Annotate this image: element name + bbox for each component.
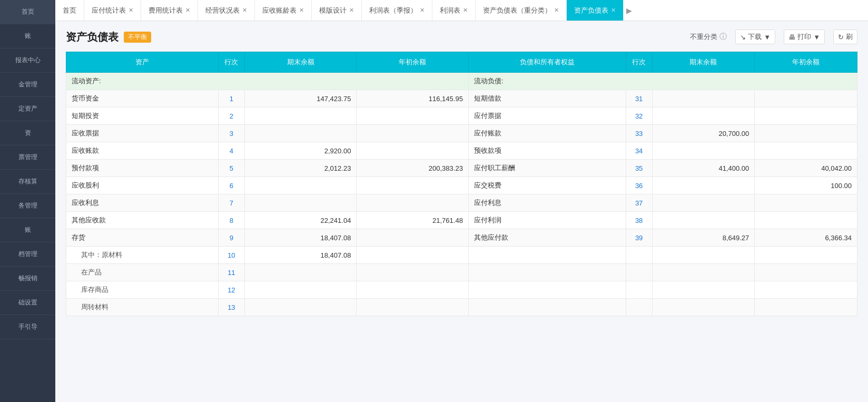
sidebar-item-bills[interactable]: 票管理: [0, 145, 55, 170]
cell-right-start: 40,042.00: [755, 160, 857, 177]
cell-left-start: [357, 264, 469, 281]
cell-left-num: 8: [218, 212, 244, 229]
close-icon[interactable]: ✕: [554, 7, 559, 14]
tab-balance-reclassified[interactable]: 资产负债表（重分类） ✕: [476, 0, 567, 21]
cell-left-num: 11: [218, 264, 244, 281]
print-button[interactable]: 🖶 打印 ▼: [784, 30, 825, 44]
cell-left-start: 200,383.23: [357, 160, 469, 177]
cell-left-num: 13: [218, 299, 244, 316]
tab-expense-stats[interactable]: 费用统计表 ✕: [141, 0, 198, 21]
table-row: 存货 9 18,407.08 其他应付款 39 8,649.27 6,366.3…: [66, 229, 857, 247]
cell-left-start: [357, 299, 469, 316]
cell-left-label: 货币资金: [66, 90, 219, 107]
cell-left-start: 116,145.95: [357, 90, 469, 107]
cell-right-num: [626, 264, 652, 281]
tab-home[interactable]: 首页: [55, 0, 84, 21]
cell-left-label: 应收账款: [66, 142, 219, 160]
sidebar-item-guide[interactable]: 手引导: [0, 315, 55, 339]
cell-right-num: [626, 247, 652, 264]
table-row: 应收票据 3 应付账款 33 20,700.00: [66, 125, 857, 142]
cell-right-label: 应付票据: [468, 107, 626, 125]
cell-left-num: 3: [218, 125, 244, 142]
cell-left-label: 其中：原材料: [66, 247, 219, 264]
table-row: 应收利息 7 应付利息 37: [66, 194, 857, 212]
page-header: 资产负债表 不平衡 不重分类 ⓘ ↘ 下载 ▼ 🖶 打印 ▼: [66, 30, 857, 44]
close-icon[interactable]: ✕: [349, 7, 354, 14]
help-icon[interactable]: ⓘ: [719, 32, 727, 42]
cell-left-start: [357, 125, 469, 142]
cell-left-label: 短期投资: [66, 107, 219, 125]
close-icon[interactable]: ✕: [611, 7, 616, 14]
cell-left-end: [244, 194, 357, 212]
cell-right-start: [755, 142, 857, 160]
tab-balance[interactable]: 资产负债表 ✕: [567, 0, 624, 21]
cell-left-end: [244, 107, 357, 125]
cell-right-end: [652, 212, 755, 229]
download-button[interactable]: ↘ 下载 ▼: [735, 30, 775, 44]
col-header-end-balance-left: 期末余额: [244, 52, 357, 73]
sidebar: 首页 账 报表中心 金管理 定资产 资 票管理 存核算 务管理 账 档管理 畅报…: [0, 0, 55, 402]
cell-right-start: [755, 247, 857, 264]
tab-profit-quarterly[interactable]: 利润表（季报） ✕: [362, 0, 432, 21]
cell-right-label: 预收款项: [468, 142, 626, 160]
close-icon[interactable]: ✕: [299, 7, 304, 14]
sidebar-item-fixed-assets[interactable]: 定资产: [0, 97, 55, 121]
cell-right-end: [652, 281, 755, 299]
cell-left-label: 应收利息: [66, 194, 219, 212]
sidebar-item-expense[interactable]: 畅报销: [0, 267, 55, 291]
cell-right-start: [755, 90, 857, 107]
close-icon[interactable]: ✕: [420, 7, 425, 14]
sidebar-item-archive[interactable]: 档管理: [0, 242, 55, 267]
tab-template-design[interactable]: 模版设计 ✕: [312, 0, 362, 21]
cell-left-label: 周转材料: [66, 299, 219, 316]
table-row: 在产品 11: [66, 264, 857, 281]
report-table: 资产 行次 期末余额 年初余额 负债和所有者权益 行次 期末余额 年初余额 流动…: [66, 52, 857, 316]
sidebar-item-affairs[interactable]: 务管理: [0, 194, 55, 218]
refresh-button[interactable]: ↻ 刷: [833, 30, 857, 44]
cell-right-label: 应付利润: [468, 212, 626, 229]
cell-left-end: [244, 264, 357, 281]
sidebar-item-inventory[interactable]: 存核算: [0, 170, 55, 194]
download-icon: ↘: [740, 33, 746, 41]
sidebar-item-assets[interactable]: 资: [0, 121, 55, 145]
cell-right-num: 34: [626, 142, 652, 160]
cell-left-end: 2,012.23: [244, 160, 357, 177]
cell-right-num: 37: [626, 194, 652, 212]
cell-left-start: [357, 194, 469, 212]
sidebar-item-cash-mgmt[interactable]: 金管理: [0, 73, 55, 97]
cell-left-end: 18,407.08: [244, 229, 357, 247]
cell-left-start: [357, 107, 469, 125]
cell-right-label: [468, 247, 626, 264]
cell-right-end: [652, 194, 755, 212]
col-header-assets: 资产: [66, 52, 219, 73]
cell-right-start: [755, 212, 857, 229]
tab-scroll-right[interactable]: ▶: [624, 0, 634, 21]
tab-receivable-aging[interactable]: 应收账龄表 ✕: [255, 0, 312, 21]
sidebar-item-home[interactable]: 首页: [0, 0, 55, 24]
cell-left-num: 5: [218, 160, 244, 177]
tab-payable-stats[interactable]: 应付统计表 ✕: [84, 0, 141, 21]
tab-operations[interactable]: 经营状况表 ✕: [198, 0, 255, 21]
classify-option[interactable]: 不重分类 ⓘ: [690, 32, 727, 42]
sidebar-item-settings[interactable]: 础设置: [0, 291, 55, 315]
tab-profit[interactable]: 利润表 ✕: [432, 0, 476, 21]
sidebar-item-account[interactable]: 账: [0, 24, 55, 48]
table-section-row: 流动资产: 流动负债:: [66, 73, 857, 90]
cell-left-label: 存货: [66, 229, 219, 247]
cell-left-label: 其他应收款: [66, 212, 219, 229]
close-icon[interactable]: ✕: [242, 7, 247, 14]
sidebar-item-report-center[interactable]: 报表中心: [0, 48, 55, 73]
cell-right-start: 100.00: [755, 177, 857, 194]
col-header-liabilities: 负债和所有者权益: [468, 52, 626, 73]
cell-left-start: [357, 281, 469, 299]
section-label-right: 流动负债:: [468, 73, 857, 90]
cell-right-label: [468, 264, 626, 281]
cell-right-start: [755, 125, 857, 142]
sidebar-item-ledger[interactable]: 账: [0, 218, 55, 242]
cell-right-end: 20,700.00: [652, 125, 755, 142]
close-icon[interactable]: ✕: [185, 7, 190, 14]
close-icon[interactable]: ✕: [129, 7, 133, 14]
cell-left-label: 应收票据: [66, 125, 219, 142]
close-icon[interactable]: ✕: [463, 7, 468, 14]
cell-left-num: 10: [218, 247, 244, 264]
